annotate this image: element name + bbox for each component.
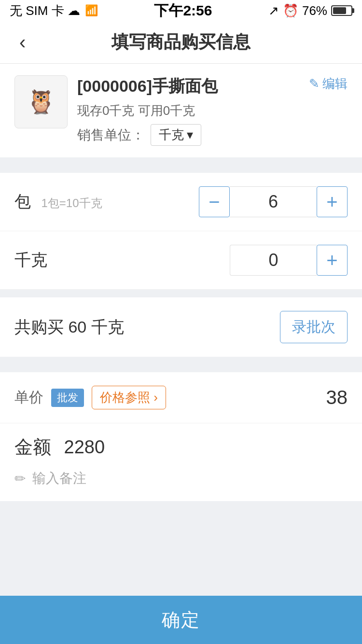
product-logo: 🦉 xyxy=(27,88,56,115)
amount-value: 2280 xyxy=(64,437,105,457)
status-right: ↗ ⏰ 76% xyxy=(268,3,352,18)
edit-button[interactable]: ✎ 编辑 xyxy=(309,75,348,92)
confirm-button[interactable]: 确定 xyxy=(162,608,200,632)
battery-icon xyxy=(331,5,352,16)
qty-label-1: 包 1包=10千克 xyxy=(14,191,199,213)
status-bar: 无 SIM 卡 ☁ 📶 下午2:56 ↗ ⏰ 76% xyxy=(0,0,362,21)
product-name: [0000006]手撕面包 xyxy=(77,75,218,98)
product-info: [0000006]手撕面包 ✎ 编辑 现存0千克 可用0千克 销售单位： 千克 … xyxy=(77,75,348,146)
price-section: 单价 批发 价格参照 › 38 xyxy=(0,372,362,423)
status-left: 无 SIM 卡 ☁ 📶 xyxy=(10,2,98,19)
confirm-button-area[interactable]: 确定 xyxy=(0,596,362,644)
product-unit-row: 销售单位： 千克 ▾ xyxy=(77,124,348,146)
nav-bar: ‹ 填写商品购买信息 xyxy=(0,21,362,64)
quantity-row-2: 千克 + xyxy=(0,231,362,290)
qty-input-1[interactable] xyxy=(230,186,317,217)
price-badge: 批发 xyxy=(51,389,84,407)
wifi-icon: 📶 xyxy=(85,4,98,17)
divider-1 xyxy=(0,165,362,173)
qty-unit-1: 包 xyxy=(14,192,31,210)
price-row: 单价 批发 价格参照 › 38 xyxy=(14,386,348,409)
qty-controls-2: + xyxy=(230,245,348,276)
amount-section: 金额 2280 ✏ 输入备注 xyxy=(0,423,362,501)
status-time: 下午2:56 xyxy=(154,1,212,21)
alarm-icon: ⏰ xyxy=(283,3,298,18)
qty-increment-1[interactable]: + xyxy=(317,186,348,217)
price-ref-button[interactable]: 价格参照 › xyxy=(92,386,166,409)
amount-row: 金额 2280 xyxy=(14,435,348,460)
price-label: 单价 xyxy=(14,388,43,407)
battery-percent: 76% xyxy=(302,3,327,18)
location-icon: ↗ xyxy=(268,3,279,18)
main-content: 🦉 [0000006]手撕面包 ✎ 编辑 现存0千克 可用0千克 销售单位： 千… xyxy=(0,64,362,644)
qty-controls-1: − + xyxy=(199,186,348,217)
product-card: 🦉 [0000006]手撕面包 ✎ 编辑 现存0千克 可用0千克 销售单位： 千… xyxy=(0,64,362,157)
remark-text: 输入备注 xyxy=(32,469,86,488)
battery-fill xyxy=(333,7,346,14)
remark-icon: ✏ xyxy=(14,471,26,487)
price-value: 38 xyxy=(326,387,348,408)
sim-status: 无 SIM 卡 ☁ xyxy=(10,2,80,19)
amount-label: 金额 xyxy=(14,437,51,457)
product-image: 🦉 xyxy=(14,75,68,128)
unit-label: 销售单位： xyxy=(77,126,145,144)
summary-text: 共购买 60 千克 xyxy=(14,316,124,338)
quantity-row-1: 包 1包=10千克 − + xyxy=(0,173,362,231)
edit-icon: ✎ xyxy=(309,76,320,91)
qty-decrement-1[interactable]: − xyxy=(199,186,230,217)
batch-button[interactable]: 录批次 xyxy=(280,311,348,343)
page-title: 填写商品购买信息 xyxy=(111,30,251,54)
quantity-section: 包 1包=10千克 − + 千克 + xyxy=(0,173,362,290)
qty-hint-1: 1包=10千克 xyxy=(41,196,102,210)
qty-input-2[interactable] xyxy=(230,245,317,276)
divider-2 xyxy=(0,290,362,297)
divider-3 xyxy=(0,364,362,372)
chevron-down-icon: ▾ xyxy=(187,127,193,142)
summary-section: 共购买 60 千克 录批次 xyxy=(0,297,362,357)
back-button[interactable]: ‹ xyxy=(14,27,30,58)
unit-value: 千克 xyxy=(159,126,184,143)
remark-row[interactable]: ✏ 输入备注 xyxy=(14,469,348,488)
product-stock: 现存0千克 可用0千克 xyxy=(77,102,348,119)
edit-label: 编辑 xyxy=(322,75,348,92)
unit-select[interactable]: 千克 ▾ xyxy=(151,124,201,146)
qty-label-2: 千克 xyxy=(14,249,230,271)
qty-increment-2[interactable]: + xyxy=(317,245,348,276)
